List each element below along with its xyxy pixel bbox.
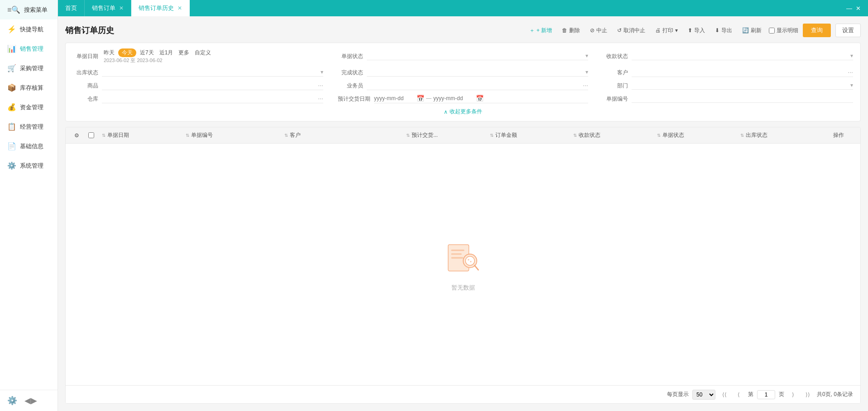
sidebar-item-sales-mgmt[interactable]: 📊 销售管理 — [0, 39, 58, 58]
date-opt-7days[interactable]: 近7天 — [138, 48, 156, 57]
base-info-icon: 📄 — [7, 142, 16, 150]
th-amount[interactable]: ⇅ 订单金额 — [486, 131, 570, 139]
sidebar-item-base-info[interactable]: 📄 基础信息 — [0, 136, 58, 156]
btn-print[interactable]: 🖨 打印 ▾ — [652, 25, 681, 36]
filter-dept-control[interactable]: ▾ — [632, 82, 853, 90]
sidebar-item-finance-label: 资金管理 — [20, 103, 43, 111]
pay-status-arrow[interactable]: ▾ — [850, 53, 853, 59]
sort-bill-status-icon: ⇅ — [657, 133, 661, 138]
display-detail-checkbox[interactable] — [769, 28, 775, 34]
btn-export[interactable]: ⬇ 导出 — [712, 25, 735, 36]
date-opt-yesterday[interactable]: 昨天 — [102, 48, 116, 57]
th-out-status[interactable]: ⇅ 出库状态 — [737, 131, 820, 139]
th-pay-status[interactable]: ⇅ 收款状态 — [570, 131, 653, 139]
sidebar-item-inventory[interactable]: 📦 库存核算 — [0, 78, 58, 97]
filter-customer-control[interactable]: ··· — [632, 68, 853, 77]
sidebar-item-quick-nav[interactable]: ⚡ 快捷导航 — [0, 19, 58, 39]
page-size-label: 每页显示 — [667, 391, 689, 398]
date-opt-today[interactable]: 今天 — [118, 48, 136, 57]
filter-dept-label: 部门 — [603, 82, 628, 90]
filter-out-status-control[interactable]: ▾ — [102, 69, 323, 77]
sort-out-status-icon: ⇅ — [740, 133, 744, 138]
tab-sales-order-history[interactable]: 销售订单历史 ✕ — [131, 0, 190, 16]
import-icon: ⬆ — [688, 27, 692, 34]
btn-refresh[interactable]: 🔄 刷新 — [739, 25, 764, 36]
collapse-up-icon: ∧ — [444, 109, 448, 115]
filter-goods-control[interactable]: ··· — [102, 82, 323, 90]
page-size-select[interactable]: 50 10 20 100 — [692, 390, 715, 400]
date-opt-custom[interactable]: 自定义 — [193, 48, 213, 57]
last-page-btn[interactable]: ⟩⟩ — [802, 389, 813, 400]
finance-icon: 💰 — [7, 103, 16, 111]
window-minimize[interactable]: — — [846, 5, 852, 12]
filter-pay-status-control[interactable]: ▾ — [632, 53, 853, 60]
th-checkbox[interactable] — [84, 132, 98, 138]
sidebar-item-purchase-mgmt[interactable]: 🛒 采购管理 — [0, 58, 58, 78]
th-date[interactable]: ⇅ 单据日期 — [98, 131, 182, 139]
tab-sales-order[interactable]: 销售订单 ✕ — [85, 0, 131, 16]
page-number-input[interactable] — [757, 390, 775, 399]
tab-sales-order-close[interactable]: ✕ — [119, 5, 124, 11]
cancel-stop-icon: ↺ — [617, 27, 622, 34]
settings-icon[interactable]: ⚙️ — [7, 396, 17, 406]
filter-complete-status-control[interactable]: ▾ — [367, 69, 588, 77]
btn-delete[interactable]: 🗑 删除 — [559, 25, 583, 36]
delivery-date-calendar-start[interactable]: 📅 — [417, 95, 424, 102]
sidebar-bottom: ⚙️ ◀▶ — [0, 390, 58, 411]
delivery-date-calendar-end[interactable]: 📅 — [476, 95, 484, 102]
speaker-icon[interactable]: ◀▶ — [24, 396, 37, 406]
window-close[interactable]: ✕ — [856, 5, 861, 12]
out-status-arrow[interactable]: ▾ — [321, 69, 323, 75]
sidebar-item-sales-mgmt-label: 销售管理 — [20, 45, 43, 53]
th-customer[interactable]: ⇅ 客户 — [281, 131, 403, 139]
filter-bill-status-item: 单据状态 ▾ — [338, 53, 588, 60]
delivery-date-end-input[interactable] — [433, 95, 474, 102]
filter-bill-no-control[interactable] — [632, 95, 853, 103]
complete-status-arrow[interactable]: ▾ — [585, 69, 588, 75]
btn-query[interactable]: 查询 — [803, 24, 831, 37]
th-bill-status[interactable]: ⇅ 单据状态 — [653, 131, 737, 139]
filter-collapse-row[interactable]: ∧ 收起更多条件 — [73, 108, 853, 116]
bill-status-arrow[interactable]: ▾ — [585, 53, 588, 59]
btn-stop[interactable]: ⊘ 中止 — [587, 25, 610, 36]
dept-arrow[interactable]: ▾ — [850, 82, 853, 88]
svg-point-7 — [468, 259, 469, 260]
th-delivery[interactable]: ⇅ 预计交货... — [403, 131, 486, 139]
filter-goods-item: 商品 ··· — [73, 82, 323, 90]
filter-out-status-label: 出库状态 — [73, 69, 98, 77]
btn-new[interactable]: ＋ + 新增 — [527, 25, 555, 36]
svg-point-8 — [470, 261, 471, 262]
first-page-btn[interactable]: ⟨⟨ — [719, 389, 730, 400]
delivery-date-start-input[interactable] — [374, 95, 415, 102]
sidebar-item-sys-mgmt[interactable]: ⚙️ 系统管理 — [0, 156, 58, 175]
select-all-checkbox[interactable] — [88, 132, 94, 138]
next-page-btn[interactable]: ⟩ — [788, 389, 799, 400]
tab-sales-order-history-close[interactable]: ✕ — [177, 5, 182, 11]
sidebar-item-search-menu[interactable]: ≡🔍 搜索菜单 — [0, 0, 58, 19]
sidebar-item-operations[interactable]: 📋 经营管理 — [0, 117, 58, 136]
customer-dots[interactable]: ··· — [848, 68, 853, 76]
filter-warehouse-control[interactable]: ··· — [102, 95, 323, 103]
date-opt-1month[interactable]: 近1月 — [158, 48, 175, 57]
print-icon: 🖨 — [655, 27, 661, 34]
btn-settings[interactable]: 设置 — [835, 24, 861, 37]
warehouse-dots[interactable]: ··· — [318, 95, 323, 102]
btn-cancel-stop[interactable]: ↺ 取消中止 — [614, 25, 648, 36]
content-area: 销售订单历史 ＋ + 新增 🗑 删除 ⊘ 中止 ↺ 取消中止 — [58, 16, 868, 411]
tab-home[interactable]: 首页 — [58, 0, 85, 16]
date-opt-more[interactable]: 更多 — [177, 48, 191, 57]
table-header: ⚙ ⇅ 单据日期 ⇅ 单据编号 ⇅ 客户 ⇅ 预计交货... — [66, 127, 860, 144]
svg-point-5 — [465, 256, 475, 265]
salesperson-dots[interactable]: ··· — [583, 82, 588, 89]
th-settings[interactable]: ⚙ — [69, 132, 84, 139]
bill-no-input[interactable] — [632, 95, 853, 102]
th-no[interactable]: ⇅ 单据编号 — [182, 131, 281, 139]
sidebar-item-finance[interactable]: 💰 资金管理 — [0, 97, 58, 117]
prev-page-btn[interactable]: ⟨ — [734, 389, 744, 400]
svg-rect-2 — [451, 253, 461, 255]
goods-dots[interactable]: ··· — [318, 82, 323, 89]
filter-salesperson-control[interactable]: ··· — [367, 82, 588, 90]
btn-import[interactable]: ⬆ 导入 — [685, 25, 708, 36]
date-range-display: 2023-06-02 至 2023-06-02 — [104, 57, 323, 64]
filter-bill-status-control[interactable]: ▾ — [367, 53, 588, 60]
